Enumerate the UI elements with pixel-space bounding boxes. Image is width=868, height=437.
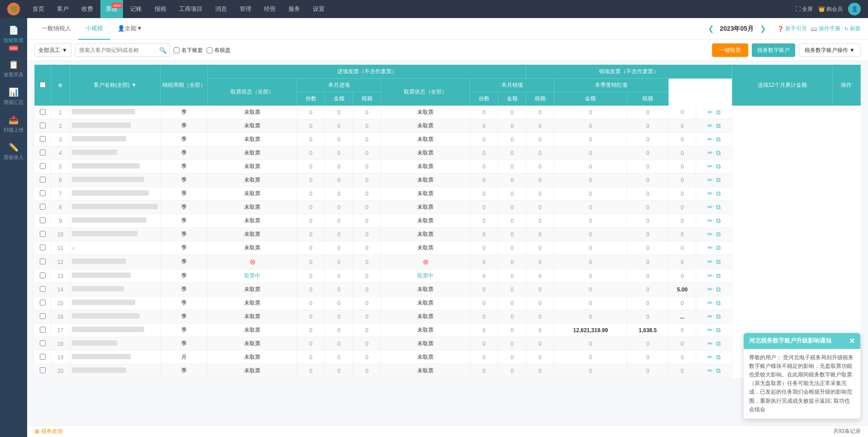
copy-icon[interactable]: ⧉ <box>716 313 721 320</box>
manual-btn[interactable]: 📖 操作手册 <box>811 25 840 33</box>
tax-digital-op-btn[interactable]: 税务数字账户操作 ▼ <box>799 43 861 57</box>
copy-icon[interactable]: ⧉ <box>716 190 721 197</box>
checkbox-sub-account[interactable]: 名下账套 <box>174 47 203 54</box>
row-checkbox[interactable] <box>40 286 46 292</box>
row-checkbox[interactable] <box>40 244 46 250</box>
th-client-name[interactable]: 客户名称(全部) ▼ <box>70 65 160 106</box>
sidebar-item-entry[interactable]: ✏️ 票据录入 <box>1 139 26 164</box>
one-click-fetch-btn[interactable]: 一键取票 <box>712 43 748 57</box>
tab-small-scale[interactable]: 小规模 <box>78 18 110 40</box>
nav-message[interactable]: 消息 <box>210 0 232 18</box>
checkbox-tax-disk-input[interactable] <box>207 47 212 53</box>
copy-icon[interactable]: ⧉ <box>716 136 721 143</box>
copy-icon[interactable]: ⧉ <box>716 286 721 293</box>
sidebar-item-open-invoice[interactable]: 📋 发票开具 <box>1 56 26 82</box>
edit-icon[interactable]: ✏ <box>708 190 713 197</box>
row-checkbox[interactable] <box>40 231 46 237</box>
edit-icon[interactable]: ✏ <box>708 217 713 224</box>
row-checkbox[interactable] <box>40 163 46 169</box>
copy-icon[interactable]: ⧉ <box>716 367 721 374</box>
copy-icon[interactable]: ⧉ <box>716 108 721 116</box>
new-guide-btn[interactable]: ❓ 新手引导 <box>777 25 807 33</box>
copy-icon[interactable]: ⧉ <box>716 149 721 156</box>
copy-icon[interactable]: ⧉ <box>716 176 721 183</box>
edit-icon[interactable]: ✏ <box>708 313 713 320</box>
row-checkbox[interactable] <box>40 122 46 128</box>
nav-invoice[interactable]: 票据 new <box>100 0 123 18</box>
row-checkbox[interactable] <box>40 177 46 183</box>
row-checkbox[interactable] <box>40 204 46 210</box>
copy-icon[interactable]: ⧉ <box>716 122 721 129</box>
edit-icon[interactable]: ✏ <box>708 299 713 306</box>
nav-settings[interactable]: 设置 <box>307 0 330 18</box>
checkbox-sub-account-input[interactable] <box>174 47 179 53</box>
search-input[interactable] <box>75 43 156 57</box>
edit-icon[interactable]: ✏ <box>708 176 713 183</box>
copy-icon[interactable]: ⧉ <box>716 272 721 279</box>
edit-icon[interactable]: ✏ <box>708 258 713 265</box>
edit-icon[interactable]: ✏ <box>708 163 713 170</box>
sidebar-item-smart-ticket[interactable]: 📄 智能取票 new <box>1 22 26 54</box>
row-checkbox[interactable] <box>40 340 46 346</box>
select-all-checkbox[interactable] <box>40 82 46 88</box>
avatar[interactable]: 👤 <box>848 3 861 15</box>
copy-icon[interactable]: ⧉ <box>716 230 721 238</box>
nav-fee[interactable]: 收费 <box>76 0 99 18</box>
row-checkbox[interactable] <box>40 367 46 373</box>
nav-business[interactable]: 工商项目 <box>174 0 208 18</box>
edit-icon[interactable]: ✏ <box>708 108 713 116</box>
edit-icon[interactable]: ✏ <box>708 286 713 293</box>
edit-icon[interactable]: ✏ <box>708 149 713 156</box>
nav-operation[interactable]: 经营 <box>259 0 281 18</box>
search-button[interactable]: 🔍 <box>156 43 170 57</box>
row-checkbox[interactable] <box>40 217 46 223</box>
refresh-btn[interactable]: ↻ 刷新 <box>844 25 861 33</box>
th-fetch-status-out[interactable]: 取票状态（全部） <box>381 79 470 106</box>
edit-icon[interactable]: ✏ <box>708 326 713 334</box>
row-checkbox[interactable] <box>40 190 46 196</box>
copy-icon[interactable]: ⧉ <box>716 353 721 361</box>
row-checkbox[interactable] <box>40 150 46 155</box>
copy-icon[interactable]: ⧉ <box>716 340 721 347</box>
notification-close-btn[interactable]: ✕ <box>849 337 855 345</box>
copy-icon[interactable]: ⧉ <box>716 326 721 334</box>
nav-bookkeeping[interactable]: 记账 <box>125 0 147 18</box>
edit-icon[interactable]: ✏ <box>708 272 713 279</box>
checkbox-tax-disk[interactable]: 有税盘 <box>207 47 231 54</box>
fullscreen-btn[interactable]: ⛶ 全屏 <box>795 5 813 13</box>
sidebar-item-scan[interactable]: 📤 扫描上传 <box>1 111 26 137</box>
tab-all-capable[interactable]: 👤 全能 ▼ <box>110 18 150 40</box>
date-next-btn[interactable]: ❯ <box>757 23 768 34</box>
row-checkbox[interactable] <box>40 354 46 360</box>
copy-icon[interactable]: ⧉ <box>716 163 721 170</box>
edit-icon[interactable]: ✏ <box>708 244 713 251</box>
row-checkbox[interactable] <box>40 136 46 142</box>
edit-icon[interactable]: ✏ <box>708 340 713 347</box>
edit-icon[interactable]: ✏ <box>708 136 713 143</box>
sidebar-item-summary[interactable]: 📊 票据汇总 <box>1 84 26 109</box>
nav-home[interactable]: 首页 <box>27 0 50 18</box>
edit-icon[interactable]: ✏ <box>708 122 713 129</box>
edit-icon[interactable]: ✏ <box>708 203 713 211</box>
row-checkbox[interactable] <box>40 313 46 319</box>
copy-icon[interactable]: ⧉ <box>716 203 721 211</box>
row-checkbox[interactable] <box>40 258 46 264</box>
tab-general-taxpayer[interactable]: 一般纳税人 <box>34 18 78 40</box>
th-tax-period[interactable]: 纳税周期（全部） <box>160 65 208 106</box>
edit-icon[interactable]: ✏ <box>708 353 713 361</box>
row-checkbox[interactable] <box>40 109 46 115</box>
nav-service[interactable]: 服务 <box>283 0 306 18</box>
tax-policy-link[interactable]: 🏛 税务政策 <box>34 428 63 435</box>
edit-icon[interactable]: ✏ <box>708 230 713 238</box>
row-checkbox[interactable] <box>40 327 46 333</box>
copy-icon[interactable]: ⧉ <box>716 217 721 224</box>
row-checkbox[interactable] <box>40 273 46 278</box>
tax-digital-btn[interactable]: 税务数字账户 <box>752 43 795 57</box>
edit-icon[interactable]: ✏ <box>708 367 713 374</box>
copy-icon[interactable]: ⧉ <box>716 258 721 265</box>
nav-manage[interactable]: 管理 <box>234 0 257 18</box>
copy-icon[interactable]: ⧉ <box>716 244 721 251</box>
row-checkbox[interactable] <box>40 300 46 305</box>
nav-client[interactable]: 客户 <box>52 0 74 18</box>
th-fetch-status-in[interactable]: 取票状态（全部） <box>208 79 297 106</box>
